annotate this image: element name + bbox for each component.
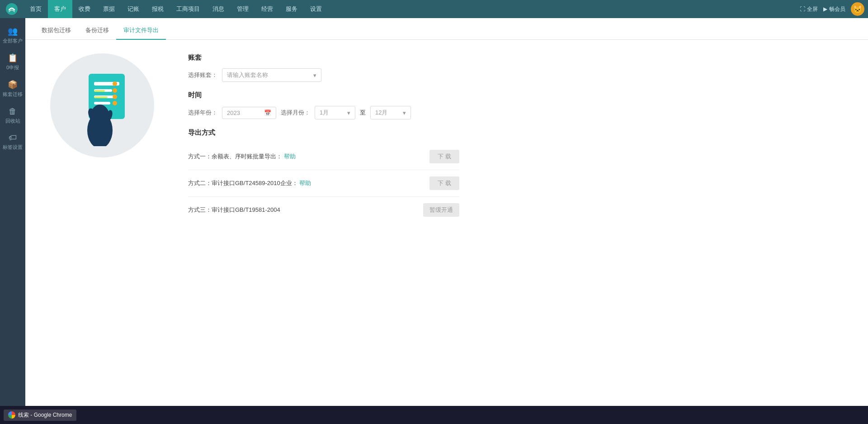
export-method-1: 方式一：余额表、序时账批量导出： 帮助 下 载	[188, 143, 459, 170]
page-content: 账套 选择账套： 请输入账套名称 ▾ 时间 选择年份： 2023 📅	[25, 40, 868, 406]
export-methods: 方式一：余额表、序时账批量导出： 帮助 下 载 方式二：审计接口GB/T2458…	[188, 143, 459, 223]
svg-point-0	[6, 3, 18, 15]
to-divider: 至	[360, 109, 366, 117]
section-title-account: 账套	[188, 53, 459, 62]
vip-icon: ▶	[823, 6, 827, 12]
nav-menu: 首页 客户 收费 票据 记账 报税 工商项目 消息 管理 经营 服务 设置	[24, 0, 800, 18]
nav-fee[interactable]: 收费	[72, 0, 97, 18]
calendar-icon: 📅	[264, 110, 271, 116]
audit-illustration	[66, 65, 138, 146]
tab-backup-migration[interactable]: 备份迁移	[78, 22, 116, 40]
account-placeholder: 请输入账套名称	[227, 71, 268, 79]
svg-rect-11	[94, 96, 108, 98]
method-2-help-link[interactable]: 帮助	[299, 180, 311, 186]
month-end-select[interactable]: 12月 ▾	[370, 106, 411, 119]
svg-rect-10	[94, 90, 105, 92]
method-2-label: 方式二：审计接口GB/T24589-2010企业： 帮助	[188, 179, 311, 187]
method-2-download-button[interactable]: 下 载	[429, 176, 459, 190]
svg-point-9	[113, 101, 117, 105]
sidebar-item-zero-declare[interactable]: 📋 0申报	[0, 48, 25, 75]
nav-home[interactable]: 首页	[24, 0, 48, 18]
sidebar-item-recycle[interactable]: 🗑 回收站	[0, 102, 25, 129]
account-select[interactable]: 请输入账套名称 ▾	[222, 68, 321, 82]
fullscreen-icon: ⛶	[800, 6, 805, 12]
nav-service[interactable]: 服务	[279, 0, 304, 18]
export-method-3: 方式三：审计接口GB/T19581-2004 暂缓开通	[188, 197, 459, 223]
left-sidebar: 👥 全部客户 📋 0申报 📦 账套迁移 🗑 回收站 🏷 标签设置	[0, 18, 25, 406]
chrome-icon	[8, 411, 15, 419]
main-layout: 👥 全部客户 📋 0申报 📦 账套迁移 🗑 回收站 🏷 标签设置 数据包迁移 备…	[0, 18, 868, 406]
zero-declare-icon: 📋	[8, 53, 18, 63]
sidebar-item-tag-settings[interactable]: 🏷 标签设置	[0, 129, 25, 155]
month-start-value: 1月	[320, 109, 329, 117]
nav-right-actions: ⛶ 全屏 ▶ 畅会员 🐱	[800, 2, 864, 16]
year-select[interactable]: 2023 📅	[222, 107, 276, 119]
fullscreen-label: 全屏	[807, 5, 818, 13]
method-3-activate-button[interactable]: 暂缓开通	[423, 203, 459, 217]
tab-audit-export[interactable]: 审计文件导出	[116, 22, 166, 40]
nav-message[interactable]: 消息	[206, 0, 231, 18]
account-migration-icon: 📦	[8, 80, 18, 90]
tab-data-migration[interactable]: 数据包迁移	[34, 22, 78, 40]
avatar[interactable]: 🐱	[851, 2, 864, 16]
account-label: 选择账套：	[188, 71, 217, 79]
vip-label: 畅会员	[829, 5, 845, 13]
sidebar-item-all-customers[interactable]: 👥 全部客户	[0, 22, 25, 48]
app-logo	[4, 1, 20, 17]
top-navigation: 首页 客户 收费 票据 记账 报税 工商项目 消息 管理 经营 服务 设置 ⛶ …	[0, 0, 868, 18]
sidebar-item-label: 回收站	[5, 118, 20, 124]
sidebar-item-label: 全部客户	[3, 38, 23, 44]
year-label: 选择年份：	[188, 109, 217, 117]
method-1-help-link[interactable]: 帮助	[284, 153, 296, 160]
svg-rect-5	[94, 102, 110, 105]
all-customers-icon: 👥	[8, 26, 18, 36]
chevron-down-icon: ▾	[313, 72, 316, 79]
chevron-down-icon: ▾	[403, 110, 406, 116]
account-row: 选择账套： 请输入账套名称 ▾	[188, 68, 459, 82]
taskbar-item-label: 线索 - Google Chrome	[18, 411, 72, 419]
chevron-down-icon: ▾	[347, 110, 350, 116]
sidebar-item-label: 0申报	[6, 65, 19, 71]
method-1-label: 方式一：余额表、序时账批量导出： 帮助	[188, 152, 296, 161]
method-3-label: 方式三：审计接口GB/T19581-2004	[188, 206, 280, 214]
content-area: 数据包迁移 备份迁移 审计文件导出	[25, 18, 868, 406]
time-row: 选择年份： 2023 📅 选择月份： 1月 ▾ 至 12月 ▾	[188, 106, 459, 119]
nav-operation[interactable]: 经营	[255, 0, 279, 18]
svg-point-8	[113, 95, 117, 99]
method-1-download-button[interactable]: 下 载	[429, 150, 459, 163]
illustration-circle	[50, 53, 154, 157]
nav-settings[interactable]: 设置	[304, 0, 328, 18]
illustration	[43, 53, 161, 157]
tab-bar: 数据包迁移 备份迁移 审计文件导出	[25, 18, 868, 40]
section-title-export: 导出方式	[188, 129, 459, 137]
sidebar-item-label: 账套迁移	[3, 91, 23, 97]
section-title-time: 时间	[188, 91, 459, 100]
sidebar-item-label: 标签设置	[3, 144, 23, 150]
nav-tax[interactable]: 报税	[146, 0, 170, 18]
vip-button[interactable]: ▶ 畅会员	[823, 5, 845, 13]
month-end-value: 12月	[375, 109, 387, 117]
nav-business[interactable]: 工商项目	[170, 0, 206, 18]
month-label: 选择月份：	[281, 109, 310, 117]
month-start-select[interactable]: 1月 ▾	[315, 106, 355, 119]
export-method-2: 方式二：审计接口GB/T24589-2010企业： 帮助 下 载	[188, 170, 459, 197]
form-panel: 账套 选择账套： 请输入账套名称 ▾ 时间 选择年份： 2023 📅	[188, 53, 459, 223]
nav-manage[interactable]: 管理	[231, 0, 255, 18]
svg-point-6	[113, 81, 117, 86]
tag-settings-icon: 🏷	[9, 133, 17, 143]
fullscreen-button[interactable]: ⛶ 全屏	[800, 5, 818, 13]
svg-point-7	[113, 88, 117, 93]
sidebar-item-account-migration[interactable]: 📦 账套迁移	[0, 75, 25, 102]
nav-accounting[interactable]: 记账	[121, 0, 146, 18]
taskbar: 线索 - Google Chrome	[0, 406, 868, 424]
nav-customer[interactable]: 客户	[48, 0, 72, 18]
recycle-icon: 🗑	[9, 107, 17, 116]
year-value: 2023	[227, 110, 240, 116]
taskbar-chrome[interactable]: 线索 - Google Chrome	[4, 410, 76, 421]
nav-invoice[interactable]: 票据	[97, 0, 121, 18]
